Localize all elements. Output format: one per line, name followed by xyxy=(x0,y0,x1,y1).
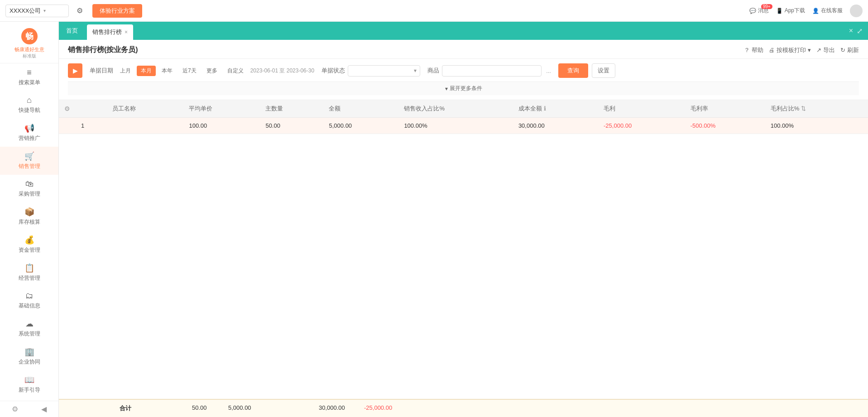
date-tab-current-month[interactable]: 本月 xyxy=(137,66,156,76)
app-download-item[interactable]: 📱 App下载 xyxy=(776,7,805,14)
help-label: 帮助 xyxy=(752,46,763,54)
sidebar-item-finance[interactable]: 💰 资金管理 xyxy=(0,230,58,259)
inventory-icon: 📦 xyxy=(24,207,34,217)
footer-qty-cell: 50.00 xyxy=(187,404,223,412)
date-tab-prev-month[interactable]: 上月 xyxy=(116,66,135,76)
svg-text:畅: 畅 xyxy=(25,32,34,41)
tab-expand-icon[interactable]: ⤢ xyxy=(857,27,863,35)
sidebar-item-basic-info[interactable]: 🗂 基础信息 xyxy=(0,287,58,314)
goods-input[interactable] xyxy=(442,65,542,77)
sidebar-settings-icon[interactable]: ⚙ xyxy=(12,405,18,413)
logo-icon: 畅 xyxy=(20,27,38,45)
print-button[interactable]: 🖨 按模板打印 ▾ xyxy=(769,46,811,54)
col-sales-pct: 销售收入占比% xyxy=(398,100,513,118)
col-gross-rate: 毛利率 xyxy=(685,100,765,118)
tab-sales-rank[interactable]: 销售排行榜 × xyxy=(87,24,133,40)
tab-home[interactable]: 首页 xyxy=(59,22,85,40)
sidebar-item-enterprise[interactable]: 🏢 企业协同 xyxy=(0,342,58,370)
footer-cells: 合计 50.00 5,000.00 30,000.00 -25,000.00 xyxy=(64,404,863,412)
col-rank xyxy=(76,100,107,118)
online-service-label: 在线客服 xyxy=(821,7,843,14)
sidebar-item-label: 营销推广 xyxy=(19,134,40,142)
tab-bar: 首页 销售排行榜 × × ⤢ xyxy=(59,22,868,40)
sidebar-item-label: 采购管理 xyxy=(19,190,40,198)
query-button[interactable]: 查询 xyxy=(558,63,588,78)
chevron-down-icon: ▾ xyxy=(43,8,46,13)
goods-filter-label: 商品 xyxy=(427,67,439,75)
goods-filter-item: 商品 ... xyxy=(427,65,551,77)
table-gear-icon[interactable]: ⚙ xyxy=(64,105,70,112)
cell-qty: 50.00 xyxy=(260,118,323,134)
sidebar-item-system[interactable]: ☁ 系统管理 xyxy=(0,314,58,342)
sidebar-item-label: 资金管理 xyxy=(19,246,40,254)
sidebar-item-inventory[interactable]: 📦 库存核算 xyxy=(0,202,58,230)
sidebar-item-guide[interactable]: 📖 新手引导 xyxy=(0,370,58,398)
status-select[interactable] xyxy=(348,65,420,77)
tab-sales-rank-label: 销售排行榜 xyxy=(92,28,122,36)
system-icon: ☁ xyxy=(25,319,34,329)
export-button[interactable]: ↗ 导出 xyxy=(816,46,835,54)
date-tab-custom[interactable]: 自定义 xyxy=(223,66,248,76)
footer-settings-cell xyxy=(64,404,101,412)
cell-name xyxy=(107,118,183,134)
cell-gross-pct: 100.00% xyxy=(765,118,868,134)
company-selector[interactable]: XXXXX公司 ▾ xyxy=(5,5,69,17)
status-select-wrapper[interactable] xyxy=(348,65,420,77)
sidebar-item-quick-nav[interactable]: ⌂ 快捷导航 xyxy=(0,91,58,119)
expand-icon: ▾ xyxy=(445,86,448,92)
footer-avg-cell xyxy=(150,404,187,412)
tab-close-window-icon[interactable]: × xyxy=(849,27,853,35)
sidebar-item-search-order[interactable]: ≡ 搜索菜单 xyxy=(0,63,58,91)
guide-icon: 📖 xyxy=(24,375,34,385)
sales-icon: 🛒 xyxy=(24,151,34,161)
table-footer: 合计 50.00 5,000.00 30,000.00 -25,000.00 xyxy=(59,399,868,417)
app-icon: 📱 xyxy=(776,8,783,14)
settings-icon-btn[interactable]: ⚙ xyxy=(72,4,87,18)
date-tabs: 上月 本月 本年 近7天 更多 自定义 xyxy=(116,66,248,76)
print-label: 按模板打印 xyxy=(777,46,806,54)
sidebar-collapse-icon[interactable]: ◀ xyxy=(41,405,47,413)
filter-row: ▶ 单据日期 上月 本月 本年 近7天 更多 自定义 2023-0 xyxy=(68,63,859,78)
filter-settings-button[interactable]: 设置 xyxy=(592,63,615,78)
help-button[interactable]: ？ 帮助 xyxy=(744,46,763,54)
sidebar-item-marketing[interactable]: 📢 营销推广 xyxy=(0,119,58,147)
sidebar-item-label: 基础信息 xyxy=(19,302,40,310)
basic-info-icon: 🗂 xyxy=(25,291,34,301)
gross-sort-icon[interactable]: ⇅ xyxy=(801,105,806,112)
cell-settings xyxy=(59,118,76,134)
col-settings[interactable]: ⚙ xyxy=(59,100,76,118)
expand-more-btn[interactable]: ▾ 展开更多条件 xyxy=(68,81,859,95)
sidebar-item-operations[interactable]: 📋 经营管理 xyxy=(0,259,58,287)
trial-button[interactable]: 体验行业方案 xyxy=(92,4,142,18)
date-tab-7days[interactable]: 近7天 xyxy=(178,66,201,76)
sidebar-item-purchase[interactable]: 🛍 采购管理 xyxy=(0,175,58,202)
goods-more-icon[interactable]: ... xyxy=(546,67,551,74)
footer-rank-cell xyxy=(101,404,114,412)
sidebar-item-label: 企业协同 xyxy=(19,358,40,366)
sidebar-item-sales[interactable]: 🛒 销售管理 xyxy=(0,147,58,175)
footer-label-cell: 合计 xyxy=(114,404,150,412)
tab-close-icon[interactable]: × xyxy=(125,29,128,35)
col-gross: 毛利 xyxy=(598,100,685,118)
sidebar-item-label: 系统管理 xyxy=(19,330,40,338)
sidebar-item-label: 销售管理 xyxy=(19,163,40,170)
date-tab-current-year[interactable]: 本年 xyxy=(158,66,177,76)
user-avatar[interactable] xyxy=(850,5,863,17)
refresh-button[interactable]: ↻ 刷新 xyxy=(840,46,859,54)
top-right-area: 💬 消息 99+ 📱 App下载 👤 在线客服 xyxy=(749,5,863,17)
table-container: ⚙ 员工名称 平均单价 主数量 全额 销售收入占比% 成本全额 ℹ xyxy=(59,100,868,399)
cost-info-icon[interactable]: ℹ xyxy=(544,105,546,112)
date-filter-label: 单据日期 xyxy=(90,67,113,75)
message-icon-item[interactable]: 💬 消息 99+ xyxy=(749,7,769,14)
sidebar-item-label: 库存核算 xyxy=(19,218,40,226)
footer-gross-cell: -25,000.00 xyxy=(359,404,404,412)
footer-cost-cell: 30,000.00 xyxy=(313,404,359,412)
filter-toggle-btn[interactable]: ▶ xyxy=(68,63,82,78)
export-label: 导出 xyxy=(823,46,835,54)
company-name: XXXXX公司 xyxy=(10,7,41,15)
date-tab-more[interactable]: 更多 xyxy=(202,66,221,76)
filter-actions: 查询 设置 xyxy=(558,63,615,78)
status-filter-label: 单据状态 xyxy=(321,67,345,75)
sidebar-menu: ≡ 搜索菜单 ⌂ 快捷导航 📢 营销推广 🛒 销售管理 🛍 采购管理 xyxy=(0,63,58,401)
online-service-item[interactable]: 👤 在线客服 xyxy=(812,7,843,14)
